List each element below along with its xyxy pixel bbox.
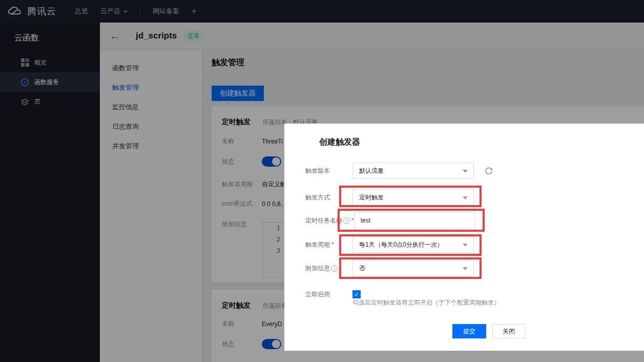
extra-info-select[interactable]: 否 [352, 260, 474, 276]
field-label-trigger-version: 触发版本 [305, 167, 352, 175]
tencent-cloud-console: 腾讯云 总览 云产品 网站备案 + 云函数 概览 [0, 0, 644, 362]
close-button[interactable]: 关闭 [492, 324, 525, 338]
trigger-cycle-select[interactable]: 每1天（每天0点0分执行一次） [352, 236, 474, 253]
field-label-trigger-method: 触发方式 [305, 193, 352, 202]
task-name-input[interactable] [361, 217, 463, 224]
enable-checkbox-checked[interactable] [352, 290, 361, 298]
caret-down-icon [463, 196, 468, 199]
field-label-enable-now: 立即启用 [305, 290, 352, 299]
info-icon[interactable]: i [331, 265, 338, 272]
modal-title: 创建触发器 [319, 137, 360, 148]
enable-note: 勾选后定时触发器将立即开启（于下个配置周期触发） [352, 298, 500, 307]
field-label-trigger-cycle: 触发周期 * [305, 240, 352, 249]
submit-button[interactable]: 提交 [452, 324, 486, 338]
trigger-version-select[interactable]: 默认流量 [352, 163, 474, 179]
field-label-task-name: 定时任务名称 i * [305, 216, 354, 225]
task-name-field [354, 212, 475, 229]
info-icon[interactable]: i [343, 217, 350, 224]
field-label-extra-info: 附加信息 i [305, 264, 352, 273]
trigger-method-select[interactable]: 定时触发 [352, 189, 474, 206]
caret-down-icon [463, 170, 468, 173]
caret-down-icon [463, 267, 468, 270]
create-trigger-modal: 创建触发器 触发版本 默认流量 触发方式 定时触发 [284, 124, 644, 351]
required-asterisk: * [331, 241, 334, 248]
refresh-icon[interactable] [484, 166, 493, 175]
caret-down-icon [463, 244, 468, 247]
